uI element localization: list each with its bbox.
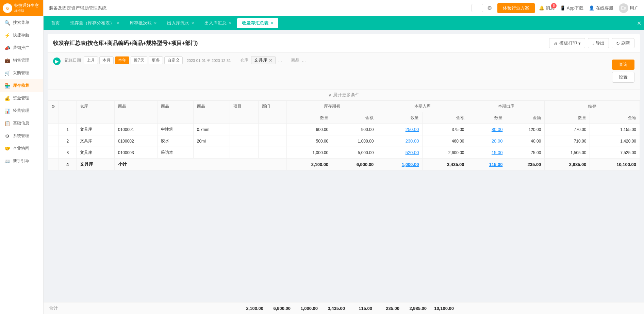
tab-0[interactable]: 首页 — [46, 18, 65, 28]
settings-icon[interactable]: ⚙ — [487, 5, 492, 11]
row-opening-qty-1: 500.00 — [287, 135, 332, 147]
tab-3[interactable]: 出入库流水✕ — [162, 18, 199, 28]
sidebar-item-搜索菜单[interactable]: 🔍 搜索菜单 — [0, 16, 43, 29]
tab-2[interactable]: 库存批次账✕ — [125, 18, 162, 28]
col-closing-amt-sub: 金额 — [590, 112, 640, 124]
tab-close-icon-2[interactable]: ✕ — [154, 21, 157, 26]
date-btn-custom[interactable]: 自定义 — [164, 56, 183, 64]
col-opening-header: 库存期初 — [287, 101, 377, 112]
tab-1[interactable]: 现存量（库存分布表）✕ — [65, 18, 124, 28]
subtotal-warehouse: 文具库 — [77, 159, 115, 170]
sidebar-item-企业协同[interactable]: 🤝 企业协同 — [0, 142, 43, 155]
menu-label-1: 快捷导航 — [13, 32, 29, 38]
subtotal-out-amt: 235.00 — [506, 159, 545, 170]
sidebar-item-采购管理[interactable]: 🛒 采购管理 — [0, 67, 43, 79]
row-out-qty-2[interactable]: 15.00 — [468, 147, 506, 159]
notifications-btn[interactable]: 🔔 消息 6 — [539, 5, 555, 11]
col-settings-header: ⚙ — [48, 101, 59, 112]
date-btn-more[interactable]: 更多 — [149, 56, 163, 64]
tab-close-icon-3[interactable]: ✕ — [191, 21, 194, 26]
row-no-2: 3 — [59, 147, 77, 159]
menu-icon-10: 🤝 — [4, 146, 10, 151]
table-row: 3 文具库 0100003 采访本 1,000.00 5,000.00 520.… — [48, 147, 640, 159]
row-name-0: 中性笔 — [157, 124, 193, 135]
menu-label-9: 系统管理 — [13, 133, 29, 139]
col-no-sub — [59, 112, 77, 124]
export-btn[interactable]: ↓ 导出 — [588, 38, 609, 48]
filter-settings-btn[interactable]: 设置 — [612, 72, 634, 83]
menu-label-11: 新手引导 — [13, 158, 29, 164]
sidebar-item-销售管理[interactable]: 💼 销售管理 — [0, 54, 43, 67]
app-download-btn[interactable]: 📱 App下载 — [560, 5, 583, 11]
refresh-btn[interactable]: ↻ 刷新 — [612, 38, 634, 48]
expand-conditions-btn[interactable]: ∨ 展开更多条件 — [48, 90, 640, 100]
right-panel: 查询 设置 — [612, 56, 634, 86]
tab-close-icon-1[interactable]: ✕ — [116, 21, 119, 26]
menu-label-2: 营销推广 — [13, 45, 29, 51]
tab-4[interactable]: 出入库汇总✕ — [200, 18, 236, 28]
row-in-qty-2[interactable]: 520.00 — [377, 147, 423, 159]
sidebar: 6 畅捷通好生意 标准版 🔍 搜索菜单⚡ 快捷导航📣 营销推广💼 销售管理🛒 采… — [0, 0, 44, 314]
sidebar-branding: 畅捷通好生意 标准版 — [14, 3, 39, 13]
tab-close-icon-5[interactable]: ✕ — [270, 21, 274, 26]
user-menu-btn[interactable]: Ea 用户 — [619, 3, 639, 13]
warehouse-tag-close-icon[interactable]: ✕ — [269, 58, 273, 63]
sidebar-item-资金管理[interactable]: 💰 资金管理 — [0, 92, 43, 104]
sidebar-item-新手引导[interactable]: 📖 新手引导 — [0, 155, 43, 167]
query-btn[interactable]: 查询 — [612, 60, 634, 70]
tab-close-icon-4[interactable]: ✕ — [229, 21, 232, 26]
row-in-qty-1[interactable]: 230.00 — [377, 135, 423, 147]
date-btn-this-year[interactable]: 本年 — [115, 56, 129, 64]
online-service-btn[interactable]: 👤 在线客服 — [589, 5, 613, 11]
col-closing-header: 结存 — [545, 101, 640, 112]
col-out-amt-sub: 金额 — [506, 112, 545, 124]
product-more-btn[interactable]: ... — [302, 58, 306, 63]
row-dept-0 — [258, 124, 287, 135]
warehouse-tag: 文具库 ✕ — [251, 56, 276, 64]
row-in-amt-0: 375.00 — [423, 124, 468, 135]
footer-spacer6 — [212, 306, 240, 311]
sidebar-item-营销推广[interactable]: 📣 营销推广 — [0, 42, 43, 54]
row-closing-amt-2: 7,525.00 — [590, 147, 640, 159]
row-out-qty-1[interactable]: 20.00 — [468, 135, 506, 147]
col-name-sub — [157, 112, 193, 124]
warehouse-more-btn[interactable]: ... — [278, 58, 282, 63]
subtotal-settings — [48, 159, 59, 170]
row-project-0 — [230, 124, 258, 135]
filter-expand-icon[interactable]: ▶ — [53, 57, 61, 65]
print-btn[interactable]: 🖨 模板打印 ▾ — [549, 38, 585, 48]
sidebar-item-快捷导航[interactable]: ⚡ 快捷导航 — [0, 29, 43, 42]
close-all-tabs-icon[interactable]: ✕ — [637, 20, 641, 27]
footer-closing-qty: 2,985.00 — [403, 306, 430, 311]
page-header: 收发存汇总表(按仓库+商品编码+商品+规格型号+项目+部门) 🖨 模板打印 ▾ … — [48, 34, 640, 53]
subtotal-row: 4 文具库 小计 2,100.00 6,900.00 1,000.00 3,43… — [48, 159, 640, 170]
date-btn-last-month[interactable]: 上月 — [84, 56, 98, 64]
row-out-qty-0[interactable]: 80.00 — [468, 124, 506, 135]
date-btn-this-month[interactable]: 本月 — [99, 56, 114, 64]
menu-label-8: 基础信息 — [13, 120, 29, 126]
sidebar-item-系统管理[interactable]: ⚙ 系统管理 — [0, 130, 43, 142]
tab-5[interactable]: 收发存汇总表✕ — [237, 18, 278, 28]
menu-label-7: 经营管理 — [13, 108, 29, 114]
sidebar-item-基础信息[interactable]: 📋 基础信息 — [0, 117, 43, 130]
col-warehouse-sub — [77, 112, 115, 124]
download-icon: 📱 — [560, 5, 565, 11]
system-select[interactable] — [472, 4, 483, 12]
menu-label-10: 企业协同 — [13, 146, 29, 151]
date-btn-7days[interactable]: 近7天 — [131, 56, 147, 64]
row-settings-1 — [48, 135, 59, 147]
sidebar-item-库存核算[interactable]: 🏪 库存核算 — [0, 79, 43, 92]
row-dept-1 — [258, 135, 287, 147]
menu-icon-8: 📋 — [4, 121, 10, 126]
row-closing-qty-1: 710.00 — [545, 135, 590, 147]
row-in-qty-0[interactable]: 250.00 — [377, 124, 423, 135]
col-warehouse-header: 仓库 — [77, 101, 115, 112]
sidebar-item-经营管理[interactable]: 📊 经营管理 — [0, 104, 43, 117]
subtotal-closing-amt: 10,100.00 — [590, 159, 640, 170]
menu-label-6: 资金管理 — [13, 95, 29, 101]
sidebar-header: 6 畅捷通好生意 标准版 — [0, 0, 43, 16]
trial-btn[interactable]: 体验行业方案 — [497, 3, 535, 13]
footer-opening-amt: 6,900.00 — [267, 306, 294, 311]
footer-spacer1 — [76, 306, 103, 311]
row-no-0: 1 — [59, 124, 77, 135]
